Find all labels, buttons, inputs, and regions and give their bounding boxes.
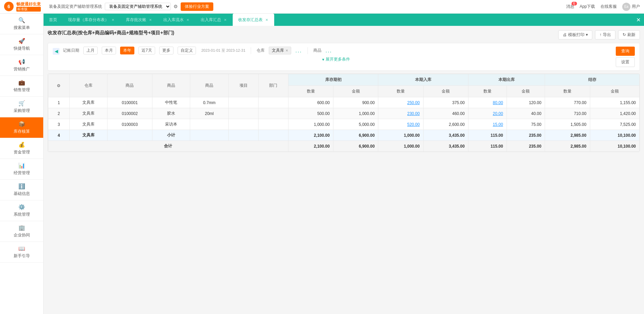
tab-close-btn[interactable]: ✕ [148,18,152,22]
export-label: 导出 [603,32,611,38]
sidebar-item-enterprise[interactable]: 🏢 企业协同 [0,221,43,242]
tab-summary[interactable]: 出入库汇总 ✕ [195,14,233,26]
tab-label: 收发存汇总表 [238,17,263,23]
filter-7days[interactable]: 近7天 [138,47,155,54]
cell-no: 3 [48,119,70,130]
enterprise-icon: 🏢 [18,225,25,231]
sidebar-item-finance[interactable]: 💰 资金管理 [0,138,43,159]
collapse-btn[interactable]: ◀ [53,48,60,55]
settings-icon-btn[interactable]: ⚙ [174,4,178,9]
filter-last-month[interactable]: 上月 [83,47,98,54]
sidebar-item-label: 库存核算 [14,129,30,134]
tab-batch[interactable]: 库存批次账 ✕ [120,14,158,26]
management-icon: 📊 [18,162,25,169]
cell-bal-amt: 7,525.00 [590,119,639,130]
warehouse-tag-close[interactable]: ✕ [285,49,288,52]
cell-out-qty: 20.00 [468,108,507,119]
quicknav-icon: 🚀 [18,38,25,44]
cell-out-amt: 40.00 [507,108,545,119]
sidebar-item-marketing[interactable]: 📢 营销推广 [0,55,43,76]
filter-this-month[interactable]: 本月 [102,47,116,54]
out-qty-link[interactable]: 80.00 [493,100,503,105]
warehouse-dots[interactable]: ... [295,48,302,54]
cell-department [258,130,288,141]
cell-no: 2 [48,108,70,119]
template-print-btn[interactable]: 🖨 模板打印 ▾ [558,30,592,39]
top-bar-right: 消息 6 App下载 在线客服 Ea 用户 [566,3,640,11]
sidebar-item-management[interactable]: 📊 经营管理 [0,159,43,180]
col-group-opening: 库存期初 [288,74,378,86]
out-qty-link[interactable]: 15.00 [493,122,503,127]
tab-close-btn[interactable]: ✕ [223,18,227,22]
tab-collect-summary[interactable]: 收发存汇总表 ✕ [233,14,274,26]
cell-warehouse: 文具库 [69,130,107,141]
tab-inventory-dist[interactable]: 现存量（库存分布表） ✕ [63,14,120,26]
col-warehouse: 仓库 [69,74,107,97]
sidebar-item-guide[interactable]: 📖 新手引导 [0,242,43,263]
sidebar-item-purchase[interactable]: 🛒 采购管理 [0,97,43,117]
export-btn[interactable]: ↑ 导出 [595,30,615,39]
dropdown-icon: ▾ [586,32,588,37]
footer-row: 合计 2,100.00 6,900.00 1,000.00 3,435.00 1… [48,141,640,152]
query-btn[interactable]: 查询 [616,47,635,56]
product-dots[interactable]: ... [326,48,332,54]
sidebar-item-sales[interactable]: 💼 销售管理 [0,76,43,97]
filter-more[interactable]: 更多 [159,47,174,54]
expand-conditions-btn[interactable]: ▾ 展开更多条件 [322,56,350,62]
cell-code: 0100001 [107,97,152,108]
col-settings[interactable]: ⚙ [48,74,70,97]
cell-project [229,97,259,108]
trial-button[interactable]: 体验行业方案 [181,2,213,11]
table-row: 1 文具库 0100001 中性笔 0.7mm 600.00 900.00 25… [48,97,640,108]
tab-close-btn[interactable]: ✕ [265,18,269,22]
message-icon[interactable]: 消息 6 [566,4,574,10]
tab-flow[interactable]: 出入库流水 ✕ [158,14,195,26]
filter-custom[interactable]: 自定义 [178,47,196,54]
query-actions: 查询 设置 [616,47,635,67]
product-label: 商品 [313,48,321,53]
cell-bal-qty: 1,505.00 [545,119,590,130]
cell-code: 0100002 [107,108,152,119]
col-out-amt: 金额 [507,86,545,97]
tab-close-btn[interactable]: ✕ [111,18,115,22]
tab-label: 出入库流水 [163,17,184,23]
system-selector[interactable]: 装备及固定资产辅助管理系统 [105,3,171,10]
cell-project [229,119,259,130]
sidebar-item-quicknav[interactable]: 🚀 快捷导航 [0,34,43,55]
tab-label: 出入库汇总 [201,17,221,23]
cell-spec [190,130,229,141]
date-label: 记账日期 [63,48,79,53]
sidebar-item-basics[interactable]: ℹ️ 基础信息 [0,180,43,200]
cell-in-qty: 1,000.00 [378,130,423,141]
in-qty-link[interactable]: 230.00 [407,111,420,116]
data-table: ⚙ 仓库 商品 商品 商品 项目 部门 库存期初 本期入库 本期出库 结存 [48,74,640,152]
cell-in-amt: 2,600.00 [423,119,468,130]
app-download[interactable]: App下载 [580,4,595,10]
online-support[interactable]: 在线客服 [600,4,617,10]
in-qty-link[interactable]: 250.00 [407,100,420,105]
tab-bar-close-btn[interactable]: ✕ [636,17,641,23]
col-bal-qty: 数量 [545,86,590,97]
tab-home[interactable]: 首页 [44,14,63,26]
table-row: 4 文具库 小计 2,100.00 6,900.00 1,000.00 3,43… [48,130,640,141]
filter-this-year[interactable]: 本年 [120,47,134,54]
out-qty-link[interactable]: 20.00 [493,111,503,116]
footer-open-qty: 2,100.00 [288,141,333,152]
basics-icon: ℹ️ [18,183,25,189]
refresh-btn[interactable]: ↻ 刷新 [618,30,640,39]
sidebar-item-label: 快捷导航 [14,46,30,51]
sidebar-item-search[interactable]: 🔍 搜索菜单 [0,14,43,34]
tab-close-btn[interactable]: ✕ [186,18,190,22]
sidebar-item-label: 新手引导 [14,253,30,259]
cell-department [258,119,288,130]
cell-no: 4 [48,130,70,141]
cell-open-amt: 6,900.00 [333,130,378,141]
gear-icon: ⚙ [57,83,61,88]
in-qty-link[interactable]: 520.00 [407,122,420,127]
cell-open-qty: 500.00 [288,108,333,119]
sidebar-item-inventory[interactable]: 📦 库存核算 [0,117,43,138]
set-btn[interactable]: 设置 [616,57,635,67]
col-in-qty: 数量 [378,86,423,97]
sidebar-item-system[interactable]: ⚙️ 系统管理 [0,200,43,221]
user-area[interactable]: Ea 用户 [622,3,640,11]
